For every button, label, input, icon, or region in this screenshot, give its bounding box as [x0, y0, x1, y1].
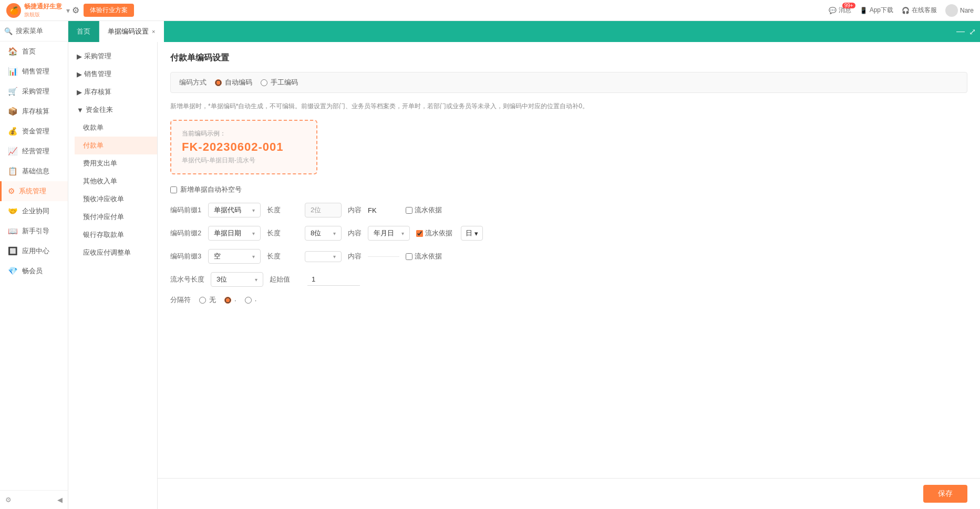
- sidebar-item-home[interactable]: 🏠 首页: [0, 41, 68, 61]
- avatar-image: [945, 4, 958, 17]
- tab-home[interactable]: 首页: [68, 21, 99, 42]
- trial-btn[interactable]: 体验行业方案: [84, 4, 134, 17]
- sidebar-item-operation[interactable]: 📈 经营管理: [0, 141, 68, 161]
- sidebar-nav: 🏠 首页 📊 销售管理 🛒 采购管理 📦 库存核算 💰 资金管理 📈 经: [0, 41, 68, 490]
- message-icon: 💬: [829, 7, 837, 14]
- serial2-checkbox[interactable]: [416, 230, 423, 237]
- sub-sidebar-item-expense[interactable]: 费用支出单: [75, 154, 157, 172]
- sub-sidebar-item-receipt[interactable]: 收款单: [75, 119, 157, 137]
- prefix3-select[interactable]: 空 ▾: [208, 249, 261, 264]
- app-download-btn[interactable]: 📱 App下载: [860, 6, 893, 15]
- serial3-check[interactable]: 流水依据: [406, 252, 442, 261]
- sidebar-item-guide[interactable]: 📖 新手引导: [0, 221, 68, 241]
- footer-collapse-icon[interactable]: ◀: [57, 496, 63, 504]
- content-wrapper: 首页 单据编码设置 × — ⤢ ▶ 采购管理 ▶ 销售管理: [68, 21, 980, 509]
- guide-icon: 📖: [8, 226, 18, 236]
- sidebar-item-apps[interactable]: 🔲 应用中心: [0, 241, 68, 261]
- prefix2-arrow: ▾: [252, 231, 255, 236]
- auto-fill-label[interactable]: 新增单据自动补空号: [180, 185, 242, 194]
- content2-select[interactable]: 年月日 ▾: [368, 226, 410, 241]
- finance-icon: 💰: [8, 127, 18, 136]
- sub-sidebar-item-bank[interactable]: 银行存取款单: [75, 226, 157, 244]
- sidebar-item-sales[interactable]: 📊 销售管理: [0, 61, 68, 81]
- prefix3-arrow: ▾: [252, 254, 255, 259]
- start-value-input[interactable]: 1: [307, 273, 360, 286]
- service-icon: 🎧: [902, 7, 910, 14]
- sub-sidebar-item-prepaid-payable[interactable]: 预付冲应付单: [75, 208, 157, 226]
- manual-encode-radio[interactable]: 手工编码: [261, 78, 298, 87]
- prefix2-select[interactable]: 单据日期 ▾: [208, 226, 261, 241]
- top-bar: 🍊 畅捷通好生意 旗舰版 ▾ ⚙ 体验行业方案 💬 消息 99+ 📱 App下载…: [0, 0, 980, 21]
- sub-sidebar-group-purchase[interactable]: ▶ 采购管理: [68, 47, 157, 65]
- serial-length-select[interactable]: 3位 ▾: [211, 272, 263, 287]
- day-select-arrow: ▾: [474, 230, 478, 237]
- serial1-check[interactable]: 流水依据: [406, 205, 442, 215]
- prefix1-select[interactable]: 单据代码 ▾: [208, 203, 261, 217]
- sub-sidebar-group-inventory[interactable]: ▶ 库存核算: [68, 83, 157, 101]
- sidebar-search[interactable]: 🔍 搜索菜单: [0, 21, 68, 41]
- manual-encode-label[interactable]: 手工编码: [271, 78, 298, 87]
- basic-icon: 📋: [8, 167, 18, 176]
- sub-sidebar-item-adjustment[interactable]: 应收应付调整单: [75, 244, 157, 262]
- sep-dot1-radio[interactable]: [224, 297, 231, 304]
- sidebar-item-member[interactable]: 💎 畅会员: [0, 261, 68, 281]
- tab-collapse-btn[interactable]: —: [956, 27, 965, 36]
- message-btn[interactable]: 💬 消息 99+: [829, 6, 851, 15]
- serial2-label[interactable]: 流水依据: [425, 228, 452, 238]
- sidebar-item-enterprise[interactable]: 🤝 企业协同: [0, 201, 68, 221]
- save-button[interactable]: 保存: [923, 485, 967, 503]
- tab-close-icon[interactable]: ×: [152, 28, 155, 35]
- sub-sidebar-group-sales[interactable]: ▶ 销售管理: [68, 65, 157, 83]
- sidebar-item-finance[interactable]: 💰 资金管理: [0, 121, 68, 141]
- sep-dot1-label[interactable]: ·: [234, 296, 236, 304]
- footer-settings-icon[interactable]: ⚙: [5, 496, 12, 504]
- separator-dot2[interactable]: ·: [245, 296, 257, 304]
- sub-sidebar-group-finance[interactable]: ▼ 资金往来: [68, 101, 157, 119]
- serial2-check[interactable]: 流水依据: [416, 228, 452, 238]
- nav-dropdown-arrow[interactable]: ▾: [66, 6, 70, 15]
- sep-none-radio[interactable]: [199, 297, 206, 304]
- sidebar-item-basic[interactable]: 📋 基础信息: [0, 161, 68, 181]
- length2-select[interactable]: 8位 ▾: [305, 226, 342, 241]
- top-bar-right: 💬 消息 99+ 📱 App下载 🎧 在线客服 Nare: [829, 4, 974, 17]
- sidebar-item-inventory[interactable]: 📦 库存核算: [0, 101, 68, 121]
- serial1-label[interactable]: 流水依据: [415, 205, 442, 215]
- sep-dot2-label[interactable]: ·: [255, 296, 257, 304]
- info-text: 新增单据时，*单据编码*自动生成，不可编辑。前缀设置为部门、业务员等档案类，开单…: [170, 101, 967, 111]
- tab-expand-btn[interactable]: ⤢: [969, 27, 976, 37]
- settings-icon[interactable]: ⚙: [72, 5, 79, 15]
- manual-encode-input[interactable]: [261, 79, 267, 86]
- sep-dot2-radio[interactable]: [245, 297, 252, 304]
- serial-length-row: 流水号长度 3位 ▾ 起始值 1: [170, 272, 967, 287]
- serial3-checkbox[interactable]: [406, 253, 412, 260]
- field-row-3: 编码前缀3 空 ▾ 长度 ▾ 内容: [170, 249, 967, 264]
- main-layout: 🔍 搜索菜单 🏠 首页 📊 销售管理 🛒 采购管理 📦 库存核算 💰: [0, 21, 980, 509]
- user-avatar[interactable]: Nare: [945, 4, 974, 17]
- form-footer: 保存: [158, 478, 980, 509]
- sep-none-label[interactable]: 无: [209, 295, 216, 305]
- inventory-icon: 📦: [8, 107, 18, 116]
- logo: 🍊 畅捷通好生意 旗舰版: [6, 2, 62, 18]
- length3-select[interactable]: ▾: [305, 251, 342, 262]
- auto-encode-radio[interactable]: 自动编码: [215, 78, 252, 87]
- member-icon: 💎: [8, 266, 18, 276]
- sub-sidebar-item-other-income[interactable]: 其他收入单: [75, 172, 157, 190]
- operation-icon: 📈: [8, 147, 18, 156]
- separator-none[interactable]: 无: [199, 295, 216, 305]
- sidebar-item-purchase[interactable]: 🛒 采购管理: [0, 81, 68, 101]
- auto-encode-label[interactable]: 自动编码: [225, 78, 252, 87]
- sub-sidebar-item-prepaid-receivable[interactable]: 预收冲应收单: [75, 190, 157, 208]
- auto-encode-input[interactable]: [215, 79, 222, 86]
- separator-dot1[interactable]: ·: [224, 296, 236, 304]
- length3-arrow: ▾: [333, 254, 336, 259]
- serial3-label[interactable]: 流水依据: [415, 252, 442, 261]
- online-service-btn[interactable]: 🎧 在线客服: [902, 6, 937, 15]
- tab-encoding-settings[interactable]: 单据编码设置 ×: [99, 21, 164, 42]
- sub-sidebar-item-payment[interactable]: 付款单: [75, 137, 157, 154]
- sidebar: 🔍 搜索菜单 🏠 首页 📊 销售管理 🛒 采购管理 📦 库存核算 💰: [0, 21, 68, 509]
- enterprise-icon: 🤝: [8, 206, 18, 216]
- serial1-checkbox[interactable]: [406, 207, 412, 214]
- auto-fill-checkbox[interactable]: [170, 186, 177, 193]
- day-select[interactable]: 日 ▾: [461, 226, 483, 241]
- sidebar-item-system[interactable]: ⚙ 系统管理: [0, 181, 68, 201]
